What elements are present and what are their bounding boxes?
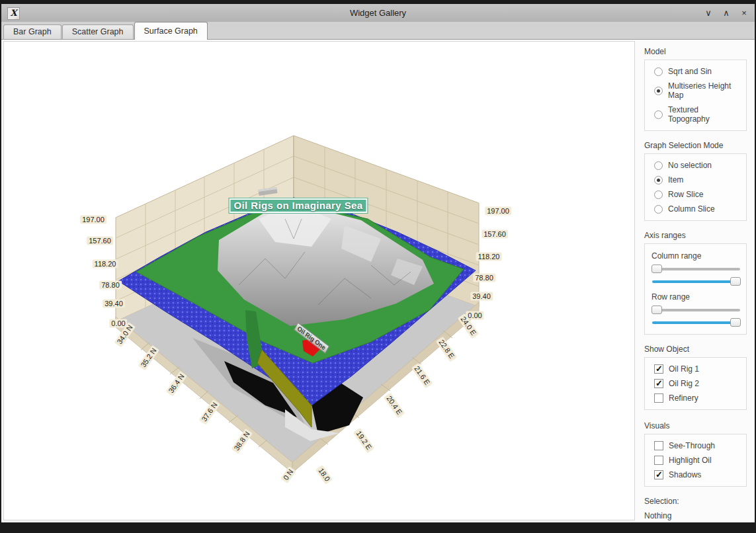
radio-icon: [654, 205, 663, 214]
tab-bar: Bar Graph Scatter Graph Surface Graph: [1, 22, 755, 40]
radio-icon: [654, 67, 663, 76]
slider-groove[interactable]: [652, 280, 740, 283]
surface-graph-view[interactable]: Oil Rigs on Imaginary Sea Oil Rig One 19…: [3, 41, 635, 520]
checkbox-label: Refinery: [669, 393, 698, 403]
elev-left-tick: 39.40: [103, 300, 125, 308]
checkbox-icon: [654, 379, 663, 388]
elev-right-tick: 118.20: [476, 253, 502, 261]
radio-label: Item: [668, 175, 683, 184]
application-window: X Widget Gallery ∨ ∧ × Bar Graph Scatter…: [0, 0, 756, 533]
selection-value: Nothing: [644, 511, 747, 521]
radio-icon: [654, 110, 663, 119]
radio-label: Column Slice: [668, 204, 715, 214]
radio-label: Multiseries Height Map: [668, 81, 732, 100]
slider-groove[interactable]: [652, 321, 740, 324]
checkbox-label: Highlight Oil: [669, 456, 712, 465]
model-groupbox: Sqrt and Sin Multiseries Height Map Text…: [644, 60, 747, 131]
elev-left-tick: 157.60: [87, 237, 113, 245]
surface-plot[interactable]: [4, 42, 634, 520]
checkbox-shadows[interactable]: Shadows: [654, 470, 741, 479]
checkbox-icon: [654, 364, 663, 374]
slider-groove[interactable]: [652, 268, 740, 270]
maximize-icon[interactable]: ∧: [721, 8, 732, 19]
radio-icon: [654, 176, 663, 184]
checkbox-label: Shadows: [669, 470, 701, 479]
elev-right-tick: 39.40: [470, 292, 493, 301]
radio-no-selection[interactable]: No selection: [654, 161, 741, 170]
checkbox-label: Oil Rig 2: [669, 379, 699, 388]
slider-handle[interactable]: [651, 265, 662, 273]
checkbox-label: See-Through: [669, 441, 715, 450]
window-icon: X: [7, 7, 20, 20]
checkbox-refinery[interactable]: Refinery: [654, 393, 741, 403]
model-section-label: Model: [644, 46, 747, 57]
checkbox-icon: [654, 441, 663, 450]
slider-handle[interactable]: [730, 318, 741, 327]
elev-right-tick: 157.60: [482, 230, 508, 239]
radio-label: Textured Topography: [668, 105, 732, 124]
elev-right-tick: 197.00: [485, 207, 511, 216]
radio-icon: [654, 161, 663, 170]
close-icon[interactable]: ×: [739, 8, 749, 19]
control-panel: Model Sqrt and Sin Multiseries Height Ma…: [644, 40, 747, 521]
column-range-label: Column range: [651, 251, 741, 261]
axis-ranges-section-label: Axis ranges: [644, 230, 747, 241]
column-range-max-slider[interactable]: [651, 277, 741, 286]
minimize-icon[interactable]: ∨: [703, 8, 714, 19]
tab-surface-graph[interactable]: Surface Graph: [134, 22, 208, 40]
axis-ranges-groupbox: Column range Row range: [644, 243, 747, 335]
checkbox-oil-rig-1[interactable]: Oil Rig 1: [654, 364, 741, 374]
radio-textured-topography[interactable]: Textured Topography: [654, 105, 741, 124]
visuals-groupbox: See-Through Highlight Oil Shadows: [644, 434, 747, 487]
radio-icon: [654, 190, 663, 199]
visuals-section-label: Visuals: [644, 421, 747, 431]
row-range-max-slider[interactable]: [651, 318, 741, 327]
elev-right-tick: 78.80: [473, 274, 495, 282]
show-object-groupbox: Oil Rig 1 Oil Rig 2 Refinery: [644, 357, 747, 410]
column-range-min-slider[interactable]: [651, 265, 741, 274]
window-controls: ∨ ∧ ×: [703, 4, 749, 22]
checkbox-highlight-oil[interactable]: Highlight Oil: [654, 456, 741, 465]
elev-left-tick: 118.20: [93, 260, 118, 268]
radio-column-slice[interactable]: Column Slice: [654, 204, 741, 214]
radio-row-slice[interactable]: Row Slice: [654, 190, 741, 199]
checkbox-icon: [654, 470, 663, 479]
radio-item[interactable]: Item: [654, 175, 741, 184]
radio-label: Sqrt and Sin: [668, 67, 712, 76]
checkbox-label: Oil Rig 1: [669, 364, 699, 374]
elev-left-tick: 197.00: [80, 216, 106, 224]
radio-sqrt-and-sin[interactable]: Sqrt and Sin: [654, 67, 741, 76]
selection-mode-groupbox: No selection Item Row Slice Column Slice: [644, 153, 747, 221]
elev-left-tick: 78.80: [99, 281, 122, 290]
selection-mode-section-label: Graph Selection Mode: [644, 140, 747, 151]
checkbox-see-through[interactable]: See-Through: [654, 441, 741, 450]
content-area: Oil Rigs on Imaginary Sea Oil Rig One 19…: [1, 40, 755, 522]
radio-icon: [654, 87, 663, 95]
checkbox-icon: [654, 393, 663, 403]
title-bar[interactable]: X Widget Gallery ∨ ∧ ×: [1, 4, 755, 22]
show-object-section-label: Show Object: [644, 344, 747, 354]
slider-handle[interactable]: [730, 277, 741, 286]
window-title: Widget Gallery: [1, 8, 755, 18]
row-range-label: Row range: [651, 292, 741, 302]
selection-label: Selection:: [644, 496, 747, 507]
slider-groove[interactable]: [652, 309, 740, 311]
slider-handle[interactable]: [651, 306, 662, 314]
radio-label: No selection: [668, 161, 712, 170]
tab-scatter-graph[interactable]: Scatter Graph: [62, 24, 134, 39]
radio-multiseries-height-map[interactable]: Multiseries Height Map: [654, 81, 741, 100]
tab-bar-graph[interactable]: Bar Graph: [3, 24, 62, 39]
row-range-min-slider[interactable]: [651, 306, 741, 315]
checkbox-oil-rig-2[interactable]: Oil Rig 2: [654, 379, 741, 388]
checkbox-icon: [654, 456, 663, 465]
radio-label: Row Slice: [668, 190, 703, 199]
chart-title: Oil Rigs on Imaginary Sea: [229, 198, 367, 213]
